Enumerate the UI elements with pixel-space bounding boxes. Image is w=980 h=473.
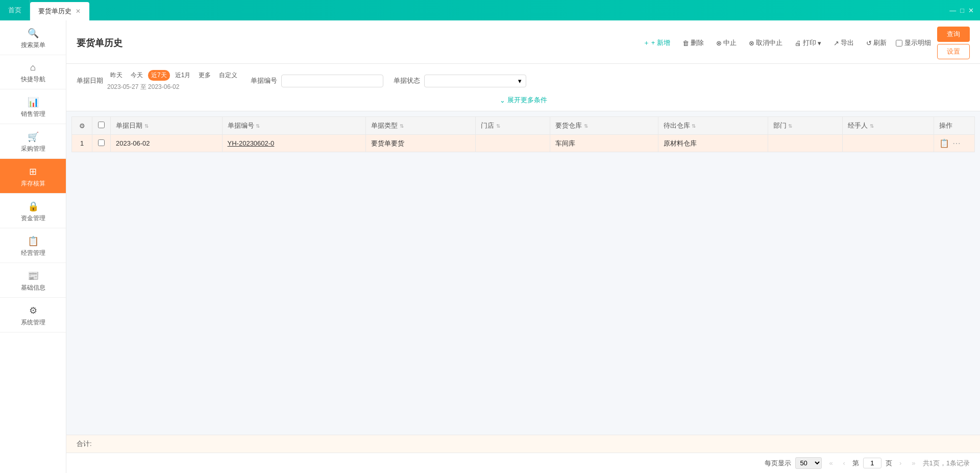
- prev-page-button[interactable]: ‹: [840, 458, 848, 468]
- sidebar-item-basic-info[interactable]: 📰 基础信息: [0, 263, 66, 298]
- date-btn-more[interactable]: 更多: [195, 70, 214, 81]
- date-btn-7days[interactable]: 近7天: [148, 70, 170, 81]
- page-size-label: 每页显示: [765, 459, 791, 468]
- delete-button[interactable]: 🗑 删除: [679, 36, 707, 50]
- filter-row: 单据日期 昨天 今天 近7天 近1月 更多 自定义 2023-05-27 至 2…: [77, 70, 970, 91]
- col-bill-no-sort[interactable]: ⇅: [256, 123, 260, 129]
- row-bill-no-1[interactable]: YH-20230602-0: [222, 135, 366, 152]
- sidebar-item-search-menu[interactable]: 🔍 搜索菜单: [0, 20, 66, 55]
- row-more-icon-1[interactable]: ⋯: [952, 138, 961, 148]
- tab-home[interactable]: 首页: [0, 0, 30, 20]
- tab-history[interactable]: 要货单历史 ✕: [30, 2, 89, 20]
- maximize-icon[interactable]: □: [960, 7, 964, 14]
- date-btn-yesterday[interactable]: 昨天: [107, 70, 126, 81]
- col-handler-label: 经手人: [848, 122, 868, 129]
- total-info: 共1页，1条记录: [923, 459, 970, 468]
- cancel-stop-button[interactable]: ⊗ 取消中止: [746, 36, 786, 50]
- next-page-button[interactable]: ›: [896, 458, 904, 468]
- content-area: 要货单历史 ＋ + 新增 🗑 删除 ⊗ 中止 ⊗ 取消中止: [66, 20, 980, 473]
- print-icon: 🖨: [795, 39, 801, 47]
- delete-icon: 🗑: [682, 39, 689, 47]
- sidebar-item-quick-nav[interactable]: ⌂ 快捷导航: [0, 55, 66, 89]
- tab-history-close[interactable]: ✕: [76, 8, 81, 15]
- col-handler[interactable]: 经手人 ⇅: [843, 117, 934, 135]
- col-date-sort[interactable]: ⇅: [144, 123, 149, 129]
- stop-button[interactable]: ⊗ 中止: [713, 36, 740, 50]
- search-menu-icon: 🔍: [28, 28, 39, 39]
- bill-no-input[interactable]: [281, 75, 383, 87]
- col-department[interactable]: 部门 ⇅: [768, 117, 842, 135]
- date-range-display: 2023-05-27 至 2023-06-02: [107, 83, 240, 91]
- col-settings[interactable]: ⚙: [72, 117, 92, 135]
- row-store-1: [476, 135, 550, 152]
- minimize-icon[interactable]: —: [949, 7, 956, 14]
- col-bill-type[interactable]: 单据类型 ⇅: [366, 117, 476, 135]
- row-edit-icon-1[interactable]: 📋: [939, 138, 949, 148]
- top-bar: 首页 要货单历史 ✕ — □ ✕: [0, 0, 980, 20]
- sidebar-item-inventory-label: 库存核算: [21, 179, 45, 188]
- date-btn-custom[interactable]: 自定义: [216, 70, 240, 81]
- table-footer: 合计:: [66, 435, 980, 453]
- settings-button[interactable]: 设置: [937, 44, 970, 59]
- col-pending-warehouse-sort[interactable]: ⇅: [692, 123, 696, 129]
- sidebar-item-purchase-mgmt[interactable]: 🛒 采购管理: [0, 124, 66, 159]
- bill-status-select[interactable]: ▾: [424, 75, 526, 87]
- query-button[interactable]: 查询: [937, 27, 970, 42]
- sidebar-item-quick-nav-label: 快捷导航: [21, 75, 45, 84]
- date-filter-group: 单据日期 昨天 今天 近7天 近1月 更多 自定义 2023-05-27 至 2…: [77, 70, 240, 91]
- sidebar-item-finance-mgmt-label: 资金管理: [21, 214, 45, 223]
- sidebar-item-sys-mgmt[interactable]: ⚙ 系统管理: [0, 298, 66, 333]
- close-icon[interactable]: ✕: [968, 7, 974, 14]
- export-button[interactable]: ↗ 导出: [830, 36, 857, 50]
- col-bill-type-sort[interactable]: ⇅: [400, 123, 404, 129]
- sidebar-item-sales-mgmt-label: 销售管理: [21, 110, 45, 119]
- select-all-checkbox[interactable]: [98, 122, 105, 128]
- page-number-input[interactable]: [863, 458, 881, 468]
- col-date[interactable]: 单据日期 ⇅: [111, 117, 223, 135]
- tab-history-label: 要货单历史: [38, 7, 71, 16]
- col-store[interactable]: 门店 ⇅: [476, 117, 550, 135]
- page-size-select[interactable]: 50 10 20 100: [795, 457, 822, 469]
- refresh-label: 刷新: [873, 38, 887, 48]
- table-area: ⚙ 单据日期 ⇅ 单据编号 ⇅: [66, 111, 980, 435]
- col-store-label: 门店: [481, 122, 494, 129]
- show-detail-checkbox-wrap[interactable]: 显示明细: [896, 38, 931, 48]
- sidebar-item-sales-mgmt[interactable]: 📊 销售管理: [0, 89, 66, 124]
- table-row[interactable]: 1 2023-06-02 YH-20230602-0 要货单要货 车间库 原材料…: [72, 135, 975, 152]
- basic-info-icon: 📰: [28, 270, 39, 281]
- col-ops: 操作: [934, 117, 975, 135]
- sidebar-item-ops-mgmt[interactable]: 📋 经营管理: [0, 228, 66, 263]
- sidebar-item-basic-info-label: 基础信息: [21, 283, 45, 292]
- row-handler-1: [843, 135, 934, 152]
- col-department-sort[interactable]: ⇅: [788, 123, 792, 129]
- date-btn-today[interactable]: 今天: [128, 70, 146, 81]
- last-page-button[interactable]: »: [909, 458, 918, 468]
- data-table: ⚙ 单据日期 ⇅ 单据编号 ⇅: [71, 116, 975, 152]
- first-page-button[interactable]: «: [826, 458, 836, 468]
- col-req-warehouse-sort[interactable]: ⇅: [584, 123, 588, 129]
- date-btn-1month[interactable]: 近1月: [172, 70, 194, 81]
- col-pending-warehouse[interactable]: 待出仓库 ⇅: [658, 117, 768, 135]
- expand-more-button[interactable]: ⌄ 展开更多条件: [77, 96, 970, 105]
- col-store-sort[interactable]: ⇅: [496, 123, 500, 129]
- show-detail-checkbox[interactable]: [896, 40, 902, 46]
- sidebar-item-inventory[interactable]: ⊞ 库存核算: [0, 159, 66, 194]
- print-button[interactable]: 🖨 打印 ▾: [792, 36, 824, 50]
- col-department-label: 部门: [773, 122, 787, 129]
- row-checkbox-1[interactable]: [92, 135, 111, 152]
- row-ops-1: 📋 ⋯: [934, 135, 975, 152]
- main-layout: 🔍 搜索菜单 ⌂ 快捷导航 📊 销售管理 🛒 采购管理 ⊞ 库存核算 🔒 资金管…: [0, 20, 980, 473]
- refresh-button[interactable]: ↺ 刷新: [863, 36, 890, 50]
- col-handler-sort[interactable]: ⇅: [870, 123, 874, 129]
- sidebar-item-sys-mgmt-label: 系统管理: [21, 318, 45, 327]
- sidebar-item-finance-mgmt[interactable]: 🔒 资金管理: [0, 194, 66, 228]
- date-shortcuts: 昨天 今天 近7天 近1月 更多 自定义: [107, 70, 240, 81]
- delete-label: 删除: [691, 38, 704, 48]
- col-bill-no-label: 单据编号: [228, 122, 254, 129]
- col-req-warehouse[interactable]: 要货仓库 ⇅: [550, 117, 658, 135]
- table-settings-icon[interactable]: ⚙: [79, 122, 85, 130]
- col-bill-no[interactable]: 单据编号 ⇅: [222, 117, 366, 135]
- row-1-checkbox[interactable]: [98, 139, 105, 146]
- page-header: 要货单历史 ＋ + 新增 🗑 删除 ⊗ 中止 ⊗ 取消中止: [66, 20, 980, 64]
- new-button[interactable]: ＋ + 新增: [640, 36, 673, 50]
